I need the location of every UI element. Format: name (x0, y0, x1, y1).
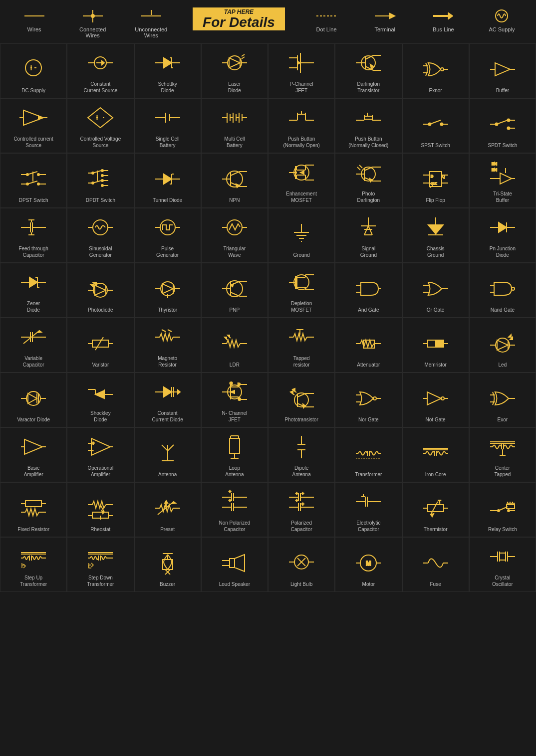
cell-enh-mosfet[interactable]: EnhancementMOSFET (268, 153, 335, 208)
tap-banner[interactable]: TAP HERE For Details (180, 7, 297, 38)
cell-chassis-ground[interactable]: ChassisGround (402, 208, 469, 263)
cell-thermistor[interactable]: T Thermistor (402, 482, 469, 537)
cell-thyristor[interactable]: Thyristor (134, 263, 201, 318)
p-jfet-label: P-ChannelJFET (289, 81, 313, 94)
cell-fixed-res[interactable]: Fixed Resistor (0, 482, 67, 537)
cell-ldr[interactable]: LDR (201, 318, 268, 373)
cell-nor-gate[interactable]: Nor Gate (335, 373, 402, 427)
cell-loop-antenna[interactable]: LoopAntenna (201, 427, 268, 482)
cell-sinus-gen[interactable]: SinusoidalGenerator (67, 208, 134, 263)
svg-marker-404 (165, 501, 168, 503)
svg-text:+: + (229, 489, 231, 494)
cell-spst[interactable]: SPST Switch (402, 98, 469, 153)
cell-attenuator[interactable]: Attenuator (335, 318, 402, 373)
rheostat-symbol (69, 493, 131, 523)
tapped-res-symbol (270, 322, 332, 352)
cell-preset[interactable]: Preset (134, 482, 201, 537)
cell-memristor[interactable]: Memristor (402, 318, 469, 373)
cell-npn[interactable]: NPN (201, 153, 268, 208)
cell-step-down[interactable]: Step DownTransformer (67, 537, 134, 592)
cell-p-jfet[interactable]: P-ChannelJFET (268, 43, 335, 98)
cell-n-jfet[interactable]: D S G N- ChannelJFET (201, 373, 268, 427)
cell-varistor[interactable]: Varistor (67, 318, 134, 373)
cell-iron-core[interactable]: Iron Core (402, 427, 469, 482)
cell-or-gate[interactable]: Or Gate (402, 263, 469, 318)
cell-antenna[interactable]: Antenna (134, 427, 201, 482)
cell-basic-amp[interactable]: BasicAmplifier (0, 427, 67, 482)
ctrl-current-label: Controlled currentSource (13, 136, 53, 149)
cell-tapped-res[interactable]: Tappedresistor (268, 318, 335, 373)
cell-fuse[interactable]: Fuse (402, 537, 469, 592)
cell-flip-flop[interactable]: D CLK Q Flip Flop (402, 153, 469, 208)
cell-pol-cap[interactable]: + + + + PolarizedCapacitor (268, 482, 335, 537)
cell-dpdt[interactable]: DPDT Switch (67, 153, 134, 208)
cell-shockley[interactable]: ShockleyDiode (67, 373, 134, 427)
pb-nc-label: Push Button(Normally Closed) (348, 136, 388, 149)
svg-marker-160 (370, 179, 372, 182)
cell-pulse-gen[interactable]: PulseGenerator (134, 208, 201, 263)
cell-buzzer[interactable]: Buzzer (134, 537, 201, 592)
cell-tristate-buffer[interactable]: EN EN Tri-StateBuffer (469, 153, 536, 208)
cell-tunnel-diode[interactable]: Tunnel Diode (134, 153, 201, 208)
terminal-symbol (372, 7, 397, 25)
svg-marker-470 (235, 555, 245, 571)
cell-feedthrough-cap[interactable]: Feed throughCapacitor (0, 208, 67, 263)
cell-relay[interactable]: Relay Switch (469, 482, 536, 537)
cell-exnor[interactable]: Exnor (402, 43, 469, 98)
cell-single-battery[interactable]: Single CellBattery (134, 98, 201, 153)
cell-pb-nc[interactable]: Push Button(Normally Closed) (335, 98, 402, 153)
cell-step-up[interactable]: Step UpTransformer (0, 537, 67, 592)
cell-pn-diode[interactable]: Pn JunctionDiode (469, 208, 536, 263)
schottky-symbol (137, 48, 199, 78)
cell-led[interactable]: Led (469, 318, 536, 373)
cell-multi-battery[interactable]: Multi CellBattery (201, 98, 268, 153)
cell-magneto-res[interactable]: MagnetoResistor (134, 318, 201, 373)
cell-phototrans[interactable]: Phototransistor (268, 373, 335, 427)
cell-const-curr-diode[interactable]: ConstantCurrent Diode (134, 373, 201, 427)
cell-ground[interactable]: Ground (268, 208, 335, 263)
cell-dpst[interactable]: DPST Switch (0, 153, 67, 208)
fuse-symbol (405, 548, 467, 578)
cell-pb-no[interactable]: Push Button(Normally Open) (268, 98, 335, 153)
cell-exor[interactable]: Exor (469, 373, 536, 427)
cell-dc-supply[interactable]: DC Supply (0, 43, 67, 98)
cell-ctrl-current[interactable]: Controlled currentSource (0, 98, 67, 153)
cell-const-current[interactable]: ConstantCurrent Source (67, 43, 134, 98)
n-jfet-label: N- ChannelJFET (222, 410, 248, 423)
cell-photo-darlington[interactable]: PhotoDarlington (335, 153, 402, 208)
cell-darlington[interactable]: DarlingtonTransistor (335, 43, 402, 98)
cell-op-amp[interactable]: + - OperationalAmplifier (67, 427, 134, 482)
cell-photodiode[interactable]: Photodiode (67, 263, 134, 318)
cell-ctrl-voltage[interactable]: Controlled VoltageSource (67, 98, 134, 153)
tunnel-diode-label: Tunnel Diode (153, 197, 182, 203)
cell-zener[interactable]: ZenerDiode (0, 263, 67, 318)
cell-not-gate[interactable]: Not Gate (402, 373, 469, 427)
svg-point-12 (25, 60, 41, 76)
cell-motor[interactable]: M Motor (335, 537, 402, 592)
cell-non-pol-cap[interactable]: + + Non PolarizedCapacitor (201, 482, 268, 537)
cell-rheostat[interactable]: Rheostat (67, 482, 134, 537)
cell-laser-diode[interactable]: LaserDiode (201, 43, 268, 98)
cell-speaker[interactable]: Loud Speaker (201, 537, 268, 592)
cell-center-tapped[interactable]: CenterTapped (469, 427, 536, 482)
cell-dep-mosfet[interactable]: DepletionMOSFET (268, 263, 335, 318)
cell-and-gate[interactable]: And Gate (335, 263, 402, 318)
cell-light-bulb[interactable]: Light Bulb (268, 537, 335, 592)
cell-pnp[interactable]: PNP (201, 263, 268, 318)
cell-tri-wave[interactable]: TriangularWave (201, 208, 268, 263)
cell-spdt[interactable]: SPDT Switch (469, 98, 536, 153)
acsupply-symbol (489, 7, 514, 25)
buffer-label: Buffer (496, 87, 510, 94)
cell-crystal[interactable]: CrystalOscillator (469, 537, 536, 592)
cell-nand-gate[interactable]: Nand Gate (469, 263, 536, 318)
cell-dipole-antenna[interactable]: DipoleAntenna (268, 427, 335, 482)
cell-buffer[interactable]: Buffer (469, 43, 536, 98)
svg-marker-439 (431, 514, 434, 517)
dotline-symbol (314, 7, 339, 25)
cell-signal-ground[interactable]: SignalGround (335, 208, 402, 263)
cell-var-cap[interactable]: VariableCapacitor (0, 318, 67, 373)
cell-transformer[interactable]: Transformer (335, 427, 402, 482)
cell-schottky[interactable]: SchottkyDiode (134, 43, 201, 98)
cell-varactor[interactable]: Varactor Diode (0, 373, 67, 427)
cell-electro-cap[interactable]: ElectrolyticCapacitor (335, 482, 402, 537)
